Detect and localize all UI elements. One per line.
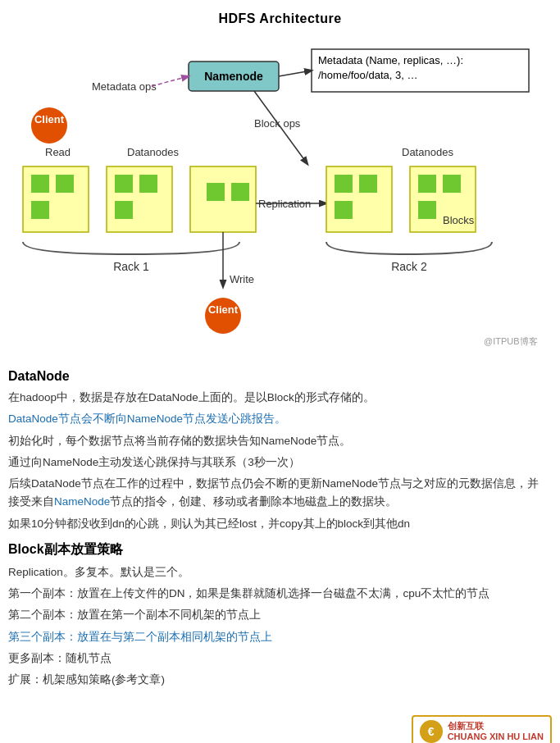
logo-icon: € bbox=[420, 720, 443, 743]
logo-text: 创新互联 CHUANG XIN HU LIAN bbox=[448, 721, 544, 742]
svg-rect-35 bbox=[418, 201, 436, 219]
para-replica2: 第二个副本：放置在第一个副本不同机架的节点上 bbox=[8, 606, 545, 624]
logo-area: € 创新互联 CHUANG XIN HU LIAN bbox=[0, 709, 560, 743]
svg-rect-29 bbox=[335, 175, 353, 193]
svg-line-5 bbox=[279, 71, 312, 76]
content-area: DataNode 在hadoop中，数据是存放在DataNode上面的。是以Bl… bbox=[0, 353, 560, 709]
svg-text:Read: Read bbox=[45, 146, 71, 158]
svg-text:Namenode: Namenode bbox=[204, 70, 263, 83]
para-replica3: 第三个副本：放置在与第二个副本相同机架的节点上 bbox=[8, 628, 545, 646]
para-replication: Replication。多复本。默认是三个。 bbox=[8, 563, 545, 581]
svg-rect-20 bbox=[115, 175, 133, 193]
section1-heading: DataNode bbox=[8, 369, 545, 384]
svg-rect-22 bbox=[115, 201, 133, 219]
para-3: 初始化时，每个数据节点将当前存储的数据块告知NameNode节点。 bbox=[8, 432, 545, 450]
svg-rect-21 bbox=[139, 175, 157, 193]
para-1: 在hadoop中，数据是存放在DataNode上面的。是以Block的形式存储的… bbox=[8, 389, 545, 407]
svg-rect-30 bbox=[359, 175, 377, 193]
para-4: 通过向NameNode主动发送心跳保持与其联系（3秒一次） bbox=[8, 454, 545, 472]
diagram-container: HDFS Architecture Metadata (Name, replic… bbox=[0, 0, 560, 353]
svg-rect-33 bbox=[418, 175, 436, 193]
svg-text:Metadata ops: Metadata ops bbox=[92, 80, 157, 93]
svg-text:Datanodes: Datanodes bbox=[127, 146, 179, 158]
logo-line2: CHUANG XIN HU LIAN bbox=[448, 732, 544, 742]
para-more: 更多副本：随机节点 bbox=[8, 650, 545, 668]
svg-rect-31 bbox=[335, 201, 353, 219]
para-extend: 扩展：机架感知策略(参考文章) bbox=[8, 671, 545, 689]
para-5: 后续DataNode节点在工作的过程中，数据节点仍会不断的更新NameNode节… bbox=[8, 475, 545, 512]
svg-text:Write: Write bbox=[230, 273, 254, 285]
svg-text:Client: Client bbox=[34, 113, 65, 125]
logo-box: € 创新互联 CHUANG XIN HU LIAN bbox=[412, 715, 552, 743]
svg-text:@ITPUB博客: @ITPUB博客 bbox=[484, 336, 538, 346]
svg-text:Metadata (Name, replicas, …):: Metadata (Name, replicas, …): bbox=[318, 54, 463, 66]
svg-text:Datanodes: Datanodes bbox=[402, 146, 453, 158]
section2-heading: Block副本放置策略 bbox=[8, 541, 545, 558]
svg-rect-34 bbox=[443, 175, 461, 193]
svg-text:Rack 1: Rack 1 bbox=[113, 260, 149, 273]
hdfs-diagram: Metadata (Name, replicas, …): /home/foo/… bbox=[0, 0, 560, 353]
para-6: 如果10分钟都没收到dn的心跳，则认为其已经lost，并copy其上的block… bbox=[8, 515, 545, 533]
svg-rect-16 bbox=[31, 175, 49, 193]
svg-rect-17 bbox=[56, 175, 74, 193]
para-2: DataNode节点会不断向NameNode节点发送心跳报告。 bbox=[8, 410, 545, 428]
svg-text:Blocks: Blocks bbox=[443, 214, 475, 226]
svg-text:/home/foo/data, 3, …: /home/foo/data, 3, … bbox=[318, 69, 417, 81]
svg-rect-18 bbox=[31, 201, 49, 219]
svg-text:Client: Client bbox=[208, 303, 239, 316]
svg-line-7 bbox=[152, 76, 189, 86]
svg-rect-24 bbox=[207, 183, 225, 201]
para-replica1: 第一个副本：放置在上传文件的DN，如果是集群就随机选择一台磁盘不太满，cpu不太… bbox=[8, 585, 545, 603]
svg-rect-25 bbox=[231, 183, 249, 201]
logo-line1: 创新互联 bbox=[448, 721, 544, 732]
svg-text:Rack 2: Rack 2 bbox=[391, 260, 427, 273]
